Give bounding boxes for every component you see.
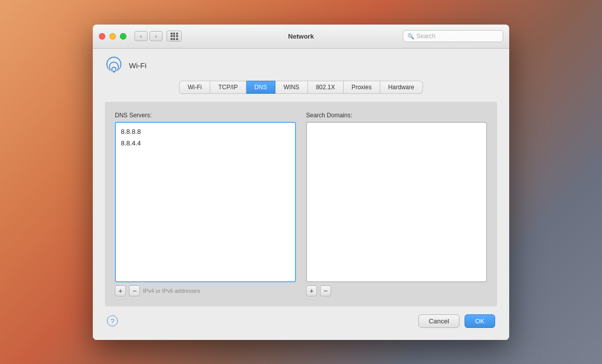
tab-wifi[interactable]: Wi-Fi (179, 81, 210, 94)
domains-add-button[interactable]: + (306, 285, 317, 296)
search-domains-column: Search Domains: + − (306, 112, 487, 296)
grid-icon (171, 33, 178, 40)
search-domains-label: Search Domains: (306, 112, 487, 119)
content-area: DNS Servers: 8.8.8.8 8.8.4.4 + − IPv4 or… (105, 102, 497, 306)
maximize-button[interactable] (120, 33, 126, 40)
footer: ? Cancel OK (105, 306, 497, 330)
tab-tcpip[interactable]: TCP/IP (210, 81, 246, 94)
list-item: 8.8.8.8 (119, 126, 292, 138)
titlebar: ‹ › Network 🔍 Search (93, 25, 509, 49)
help-button[interactable]: ? (107, 315, 118, 326)
back-button[interactable]: ‹ (134, 31, 147, 41)
domains-remove-button[interactable]: − (320, 285, 331, 296)
tab-hardware[interactable]: Hardware (380, 81, 423, 94)
section-header: Wi-Fi (105, 59, 497, 73)
traffic-lights (99, 33, 126, 40)
minimize-button[interactable] (109, 33, 116, 40)
dns-servers-label: DNS Servers: (115, 112, 296, 119)
footer-buttons: Cancel OK (418, 314, 495, 328)
search-icon: 🔍 (407, 33, 414, 40)
nav-buttons: ‹ › (134, 31, 163, 41)
search-domains-list[interactable] (306, 122, 487, 282)
grid-button[interactable] (167, 31, 182, 42)
list-item: 8.8.4.4 (119, 137, 292, 149)
window-title: Network (288, 33, 314, 40)
dns-servers-list[interactable]: 8.8.8.8 8.8.4.4 (115, 122, 296, 282)
search-domains-controls: + − (306, 285, 487, 296)
tab-wins[interactable]: WINS (275, 81, 308, 94)
cancel-button[interactable]: Cancel (418, 314, 460, 328)
ok-button[interactable]: OK (465, 314, 495, 328)
tab-proxies[interactable]: Proxies (344, 81, 380, 94)
search-placeholder: Search (416, 33, 435, 40)
search-bar[interactable]: 🔍 Search (403, 30, 503, 42)
close-button[interactable] (99, 33, 105, 40)
network-window: ‹ › Network 🔍 Search Wi-Fi (93, 25, 509, 340)
tabs: Wi-Fi TCP/IP DNS WINS 802.1X Proxies Har… (105, 81, 497, 94)
tab-8021x[interactable]: 802.1X (308, 81, 344, 94)
wifi-icon (105, 59, 123, 73)
dns-columns: DNS Servers: 8.8.8.8 8.8.4.4 + − IPv4 or… (115, 112, 487, 296)
dns-hint: IPv4 or IPv6 addresses (143, 288, 200, 294)
dns-remove-button[interactable]: − (129, 285, 140, 296)
dns-add-button[interactable]: + (115, 285, 126, 296)
window-body: Wi-Fi Wi-Fi TCP/IP DNS WINS 802.1X Proxi… (93, 49, 509, 340)
section-title: Wi-Fi (129, 61, 146, 70)
tab-dns[interactable]: DNS (246, 81, 275, 94)
dns-servers-column: DNS Servers: 8.8.8.8 8.8.4.4 + − IPv4 or… (115, 112, 296, 296)
forward-button[interactable]: › (149, 31, 163, 41)
dns-servers-controls: + − IPv4 or IPv6 addresses (115, 285, 296, 296)
